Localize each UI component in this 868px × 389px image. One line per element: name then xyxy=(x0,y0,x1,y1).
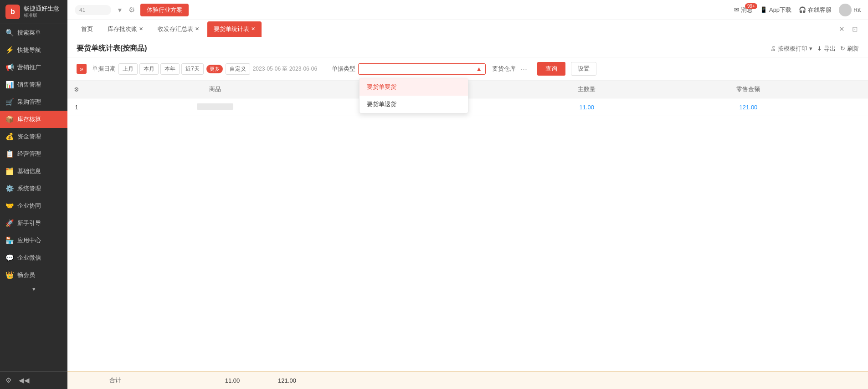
page-header: 要货单统计表(按商品) 🖨 按模板打印 ▾ ⬇ 导出 ↻ 刷新 xyxy=(67,38,868,57)
app-logo-icon: b xyxy=(5,5,20,19)
online-service-label: 在线客服 xyxy=(808,6,832,14)
query-button[interactable]: 查询 xyxy=(537,62,565,76)
refresh-label: 刷新 xyxy=(847,45,859,53)
tab-0[interactable]: 首页 xyxy=(75,21,99,37)
topbar: 41 ▼ ⚙ 体验行业方案 ✉ 消息 99+ 📱 App下载 🎧 在线客服 Ri… xyxy=(67,0,868,20)
service-icon: 🎧 xyxy=(799,6,806,13)
sidebar-item-label: 采购管理 xyxy=(17,98,41,106)
sidebar-item-appstore[interactable]: 🏪应用中心 xyxy=(0,232,67,249)
date-this-month-btn[interactable]: 本月 xyxy=(139,63,159,75)
sidebar-item-label: 系统管理 xyxy=(17,184,41,193)
col-header-amount: 零售金额 xyxy=(668,81,829,98)
collapse-icon[interactable]: ◀◀ xyxy=(19,376,30,384)
dropdown-item-1[interactable]: 要货单退货 xyxy=(360,96,468,113)
date-last-month-btn[interactable]: 上月 xyxy=(118,63,138,75)
settings-icon[interactable]: ⚙ xyxy=(5,376,11,384)
sidebar-item-label: 营销推广 xyxy=(17,63,41,72)
content-area: 要货单统计表(按商品) 🖨 按模板打印 ▾ ⬇ 导出 ↻ 刷新 xyxy=(67,38,868,389)
guide-nav-icon: 🚀 xyxy=(5,219,14,227)
sidebar-item-marketing[interactable]: 📢营销推广 xyxy=(0,59,67,76)
tab-close-btn-3[interactable]: ✕ xyxy=(251,26,255,32)
tab-3[interactable]: 要货单统计表 ✕ xyxy=(207,21,262,37)
sidebar-item-label: 经营管理 xyxy=(17,150,41,158)
refresh-icon: ↻ xyxy=(840,45,845,52)
app-download-button[interactable]: 📱 App下载 xyxy=(760,6,791,14)
topbar-search-display: 41 xyxy=(75,5,111,15)
row-qty-0: 11.00 xyxy=(506,98,668,116)
sidebar-item-system[interactable]: ⚙️系统管理 xyxy=(0,180,67,197)
date-more-tag[interactable]: 更多 xyxy=(206,65,223,73)
date-custom-btn[interactable]: 自定义 xyxy=(226,63,250,75)
date-label: 单据日期 xyxy=(92,65,116,73)
tab-close-btn-2[interactable]: ✕ xyxy=(195,26,199,32)
sidebar-item-label: 销售管理 xyxy=(17,81,41,89)
row-index-0: 1 xyxy=(67,98,86,116)
table-settings-header[interactable]: ⚙ xyxy=(67,81,86,98)
sidebar-item-finance[interactable]: 💰资金管理 xyxy=(0,128,67,145)
sidebar-item-guide[interactable]: 🚀新手引导 xyxy=(0,215,67,232)
tab-1[interactable]: 库存批次账 ✕ xyxy=(101,21,149,37)
sidebar-item-member[interactable]: 👑畅会员 xyxy=(0,266,67,284)
sidebar-bottom: ⚙ ◀◀ xyxy=(0,371,67,389)
export-label: 导出 xyxy=(824,45,836,53)
messages-button[interactable]: ✉ 消息 99+ xyxy=(734,6,753,14)
appstore-nav-icon: 🏪 xyxy=(5,236,14,245)
filter-expand-button[interactable]: » xyxy=(77,64,87,74)
warehouse-more-icon[interactable]: ··· xyxy=(520,64,527,74)
message-icon: ✉ xyxy=(734,6,739,13)
sidebar-item-label: 畅会员 xyxy=(17,271,35,279)
col-header-qty: 主数量 xyxy=(506,81,668,98)
type-chevron-icon[interactable]: ▲ xyxy=(476,65,482,72)
sidebar-item-basic[interactable]: 🗂️基础信息 xyxy=(0,163,67,180)
sidebar-scroll-down[interactable]: ▾ xyxy=(0,284,67,294)
dropdown-item-0[interactable]: 要货单要货 xyxy=(360,78,468,96)
search-nav-icon: 🔍 xyxy=(5,29,14,37)
tab-close-all-icon[interactable]: ✕ xyxy=(836,24,847,34)
sidebar-item-label: 快捷导航 xyxy=(17,46,41,54)
type-input[interactable] xyxy=(358,63,486,75)
tab-2[interactable]: 收发存汇总表 ✕ xyxy=(151,21,205,37)
tabs-actions: ✕ ⊡ xyxy=(836,24,861,34)
settings-gear-icon[interactable]: ⚙ xyxy=(128,5,135,14)
user-avatar-button[interactable]: Rit xyxy=(839,4,861,16)
tab-close-btn-1[interactable]: ✕ xyxy=(139,26,143,32)
sidebar-item-label: 搜索菜单 xyxy=(17,29,41,37)
warehouse-label: 要货仓库 xyxy=(492,65,516,73)
sidebar-item-wechat[interactable]: 💬企业微信 xyxy=(0,249,67,266)
sidebar-logo: b 畅捷通好生意 标准版 xyxy=(0,0,67,24)
print-button[interactable]: 🖨 按模板打印 ▾ xyxy=(770,45,812,53)
sidebar-item-label: 企业协同 xyxy=(17,202,41,210)
col-header-extra xyxy=(829,81,868,98)
sidebar-item-label: 新手引导 xyxy=(17,219,41,227)
refresh-button[interactable]: ↻ 刷新 xyxy=(840,45,859,53)
tab-restore-icon[interactable]: ⊡ xyxy=(849,24,861,34)
topbar-search-icon: ▼ xyxy=(117,6,123,14)
sidebar-item-shortcut[interactable]: ⚡快捷导航 xyxy=(0,41,67,59)
sidebar-item-purchase[interactable]: 🛒采购管理 xyxy=(0,93,67,111)
sales-nav-icon: 📊 xyxy=(5,81,14,89)
setting-button[interactable]: 设置 xyxy=(571,62,596,76)
sidebar-item-operation[interactable]: 📋经营管理 xyxy=(0,145,67,163)
main-area: 41 ▼ ⚙ 体验行业方案 ✉ 消息 99+ 📱 App下载 🎧 在线客服 Ri… xyxy=(67,0,868,389)
trial-button[interactable]: 体验行业方案 xyxy=(140,4,189,16)
filter-warehouse-group: 要货仓库 ··· xyxy=(492,64,527,74)
tab-label-0: 首页 xyxy=(81,25,93,33)
sidebar-item-inventory[interactable]: 📦库存核算 xyxy=(0,111,67,128)
online-service-button[interactable]: 🎧 在线客服 xyxy=(799,6,832,14)
footer-label: 合计 xyxy=(73,376,205,384)
date-last-7days-btn[interactable]: 近7天 xyxy=(181,63,204,75)
row-extra-0 xyxy=(829,98,868,116)
print-chevron-icon: ▾ xyxy=(809,45,812,52)
app-download-label: App下载 xyxy=(769,6,791,14)
export-button[interactable]: ⬇ 导出 xyxy=(817,45,836,53)
filter-date-group: 单据日期 上月 本月 本年 近7天 更多 自定义 2023-05-06 至 20… xyxy=(92,63,317,75)
sidebar-item-enterprise[interactable]: 🤝企业协同 xyxy=(0,197,67,215)
sidebar-item-search[interactable]: 🔍搜索菜单 xyxy=(0,24,67,41)
date-this-year-btn[interactable]: 本年 xyxy=(160,63,180,75)
date-range-display: 2023-05-06 至 2023-06-06 xyxy=(253,65,317,73)
sidebar-item-sales[interactable]: 📊销售管理 xyxy=(0,76,67,93)
table-footer: 合计 11.00 121.00 xyxy=(67,371,868,389)
filter-type-group: 单据类型 ▲ 要货单要货要货单退货 xyxy=(332,63,482,75)
sidebar-item-label: 库存核算 xyxy=(17,115,41,123)
sidebar-item-label: 企业微信 xyxy=(17,254,41,262)
